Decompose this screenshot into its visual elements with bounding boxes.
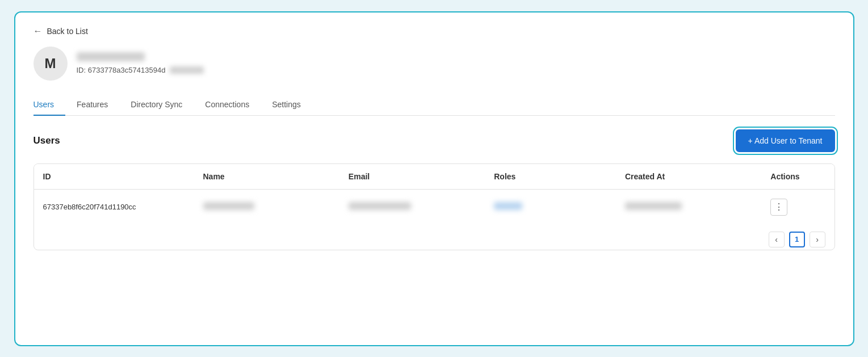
pagination: ‹ 1 ›	[34, 225, 835, 250]
tab-bar: Users Features Directory Sync Connection…	[33, 94, 835, 116]
tab-features[interactable]: Features	[65, 94, 119, 116]
pagination-next[interactable]: ›	[810, 232, 825, 247]
tab-settings[interactable]: Settings	[261, 94, 312, 116]
main-window: ← Back to List M ID: 6733778a3c57413594d…	[14, 11, 854, 346]
table-row: 67337eb8f6c20f741d1190cc ⋮	[34, 189, 835, 225]
back-to-list-link[interactable]: ← Back to List	[33, 26, 88, 36]
tab-directory-sync[interactable]: Directory Sync	[119, 94, 194, 116]
cell-created-at	[616, 189, 761, 225]
cell-actions: ⋮	[761, 189, 834, 225]
tenant-id: ID: 6733778a3c57413594d	[77, 66, 204, 74]
pagination-current-page: 1	[789, 232, 805, 247]
col-header-name: Name	[194, 164, 339, 190]
tab-users[interactable]: Users	[33, 94, 66, 116]
avatar: M	[33, 47, 68, 81]
col-header-id: ID	[34, 164, 194, 190]
tenant-id-blur	[170, 66, 204, 74]
section-header: Users + Add User to Tenant	[33, 129, 835, 152]
tab-connections[interactable]: Connections	[194, 94, 261, 116]
tenant-header: M ID: 6733778a3c57413594d	[33, 47, 835, 81]
cell-created-at-blur	[625, 202, 682, 210]
cell-email	[339, 189, 485, 225]
tenant-info: ID: 6733778a3c57413594d	[77, 52, 204, 74]
cell-name	[194, 189, 339, 225]
cell-roles	[485, 189, 616, 225]
users-table: ID Name Email Roles Created At Actions 6…	[34, 164, 835, 225]
actions-menu-button[interactable]: ⋮	[770, 199, 787, 216]
table-header-row: ID Name Email Roles Created At Actions	[34, 164, 835, 190]
tenant-name-blur	[77, 52, 145, 61]
col-header-created-at: Created At	[616, 164, 761, 190]
add-user-button[interactable]: + Add User to Tenant	[736, 129, 835, 152]
users-table-container: ID Name Email Roles Created At Actions 6…	[33, 163, 835, 250]
section-title: Users	[33, 135, 60, 146]
cell-name-blur	[203, 202, 254, 210]
cell-id: 67337eb8f6c20f741d1190cc	[34, 189, 194, 225]
back-to-list-label: Back to List	[47, 27, 88, 36]
col-header-email: Email	[339, 164, 485, 190]
pagination-prev[interactable]: ‹	[769, 232, 785, 247]
cell-email-blur	[349, 202, 411, 210]
col-header-actions: Actions	[761, 164, 834, 190]
back-arrow-icon: ←	[33, 26, 43, 36]
col-header-roles: Roles	[485, 164, 616, 190]
cell-roles-blur	[494, 202, 522, 210]
